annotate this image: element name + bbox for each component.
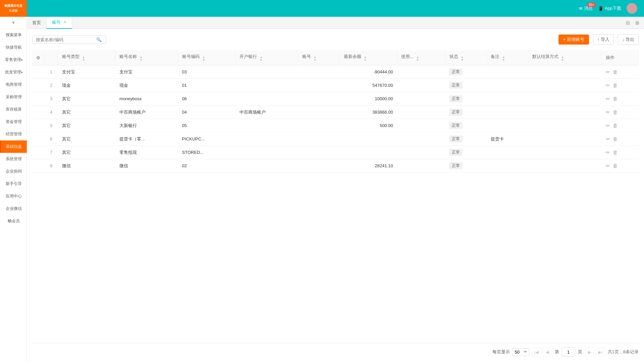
row-remark	[487, 159, 528, 173]
row-status: 正常	[445, 79, 487, 92]
tab-account[interactable]: 账号 ✕	[47, 17, 72, 29]
sidebar-item-quick-nav[interactable]: 快捷导航	[0, 41, 27, 54]
delete-icon[interactable]: 🗑	[613, 149, 618, 155]
col-default-settlement[interactable]: 默认结算方式 ▲▼	[528, 50, 602, 65]
col-account-code[interactable]: 账号编码 ▲▼	[178, 50, 235, 65]
delete-icon[interactable]: 🗑	[613, 163, 618, 169]
import-button[interactable]: ↑ 导入	[593, 34, 614, 45]
tab-maximize-button[interactable]: ⊞	[633, 19, 641, 27]
col-status[interactable]: 状态 ▲▼	[445, 50, 487, 65]
edit-icon[interactable]: ✏	[606, 136, 610, 142]
app-download-label: App下载	[605, 5, 621, 11]
sidebar-item-app-center[interactable]: 应用中心	[0, 190, 27, 202]
message-count: 99+	[587, 3, 596, 7]
col-account-name[interactable]: 账号名称 ▲▼	[115, 50, 178, 65]
row-usage	[397, 92, 445, 106]
export-button[interactable]: ↓ 导出	[618, 34, 639, 45]
delete-icon[interactable]: 🗑	[613, 82, 618, 88]
sidebar-item-capital-mgmt[interactable]: 资金管理	[0, 116, 27, 128]
row-name: 中百商场账户	[115, 106, 178, 119]
row-status: 正常	[445, 106, 487, 119]
sidebar-item-basic-info[interactable]: 基础信息	[0, 140, 27, 153]
col-settings[interactable]: ⚙	[32, 50, 45, 65]
row-usage	[397, 119, 445, 132]
user-avatar[interactable]	[627, 3, 637, 14]
row-type: 其它	[58, 119, 115, 132]
search-box[interactable]: 🔍	[32, 36, 106, 44]
row-account-no	[298, 159, 340, 173]
first-page-button[interactable]: |◀	[532, 347, 541, 357]
col-usage[interactable]: 使用... ▲▼	[397, 50, 445, 65]
delete-icon[interactable]: 🗑	[613, 69, 618, 75]
row-bank	[235, 79, 298, 92]
row-name: moneybosx	[115, 92, 178, 106]
edit-icon[interactable]: ✏	[606, 96, 610, 102]
page-size-select[interactable]: 50 10 20 100	[512, 348, 529, 356]
sidebar-item-enterprise-agreement[interactable]: 企业协同	[0, 165, 27, 178]
sidebar-item-operations-mgmt[interactable]: 经营管理	[0, 128, 27, 140]
row-default-settlement	[528, 146, 602, 159]
add-account-button[interactable]: + 新增账号	[558, 35, 589, 45]
edit-icon[interactable]: ✏	[606, 163, 610, 169]
pagination-nav: |◀ ◀ 第 页 ▶ ▶|	[532, 347, 605, 357]
edit-icon[interactable]: ✏	[606, 82, 610, 88]
col-index	[45, 50, 58, 65]
table-row: 3 其它 moneybosx 06 10000.00 正常 ✏ 🗑	[32, 92, 639, 106]
page-size-label: 每页显示	[492, 349, 510, 355]
accounts-table-container: ⚙ 账号类型 ▲▼ 账号名称 ▲▼ 账号编码 ▲▼ 开户银行 ▲▼ 账号 ▲▼ …	[32, 50, 639, 343]
row-settings-cell	[32, 92, 45, 106]
page-number-input[interactable]	[562, 347, 575, 357]
message-button[interactable]: ✉ 消息 99+	[579, 5, 593, 11]
col-balance[interactable]: 最新余额 ▲▼	[339, 50, 397, 65]
tab-minimize-button[interactable]: ⊟	[624, 19, 632, 27]
prev-page-button[interactable]: ◀	[543, 347, 552, 357]
delete-icon[interactable]: 🗑	[613, 123, 618, 128]
tab-home[interactable]: 首页	[27, 17, 47, 29]
row-usage	[397, 65, 445, 79]
last-page-button[interactable]: ▶|	[596, 347, 605, 357]
delete-icon[interactable]: 🗑	[613, 109, 618, 115]
col-account-type[interactable]: 账号类型 ▲▼	[58, 50, 115, 65]
sidebar-item-purchase-mgmt[interactable]: 采购管理	[0, 91, 27, 103]
tab-home-label: 首页	[32, 20, 41, 26]
table-row: 8 微信 微信 02 28241.10 正常 ✏ 🗑	[32, 159, 639, 173]
row-account-no	[298, 65, 340, 79]
sidebar-item-member[interactable]: 畅会员	[0, 215, 27, 227]
row-name: 支付宝	[115, 65, 178, 79]
edit-icon[interactable]: ✏	[606, 149, 610, 156]
col-bank[interactable]: 开户银行 ▲▼	[235, 50, 298, 65]
settings-icon[interactable]: ⚙	[36, 55, 40, 60]
sidebar-item-enterprise-wechat[interactable]: 企业微信	[0, 202, 27, 215]
search-input[interactable]	[36, 37, 96, 42]
delete-icon[interactable]: 🗑	[613, 136, 618, 142]
delete-icon[interactable]: 🗑	[613, 96, 618, 102]
sidebar-item-retail-mgmt[interactable]: 零售管理 ▾	[0, 54, 27, 66]
sidebar-item-search-menu[interactable]: 搜索菜单	[0, 29, 27, 41]
row-settings-cell	[32, 159, 45, 173]
row-actions: ✏ 🗑	[602, 79, 639, 92]
row-default-settlement	[528, 65, 602, 79]
sidebar-item-system-mgmt[interactable]: 系统管理	[0, 153, 27, 165]
row-index: 7	[45, 146, 58, 159]
row-actions: ✏ 🗑	[602, 132, 639, 146]
app-download-button[interactable]: 📱 App下载	[598, 5, 621, 11]
sidebar-item-inventory[interactable]: 库存核算	[0, 103, 27, 116]
col-remark[interactable]: 备注 ▲▼	[487, 50, 528, 65]
chevron-down-icon: ▾	[12, 19, 15, 26]
tab-close-icon[interactable]: ✕	[63, 20, 66, 24]
row-status: 正常	[445, 92, 487, 106]
col-account-no[interactable]: 账号 ▲▼	[298, 50, 340, 65]
edit-icon[interactable]: ✏	[606, 109, 610, 115]
row-remark	[487, 119, 528, 132]
edit-icon[interactable]: ✏	[606, 69, 610, 75]
sidebar-item-wholesale-mgmt[interactable]: 批发管理 ▾	[0, 66, 27, 78]
row-index: 2	[45, 79, 58, 92]
logo-sub: 乐成版	[9, 9, 18, 13]
sidebar-item-ecommerce-mgmt[interactable]: 电商管理	[0, 78, 27, 91]
sidebar-dropdown[interactable]: ▾	[0, 17, 27, 29]
row-balance: 28241.10	[339, 159, 397, 173]
sidebar-item-new-guide[interactable]: 新手引导	[0, 178, 27, 190]
next-page-button[interactable]: ▶	[585, 347, 594, 357]
edit-icon[interactable]: ✏	[606, 123, 610, 129]
search-icon[interactable]: 🔍	[96, 37, 102, 42]
